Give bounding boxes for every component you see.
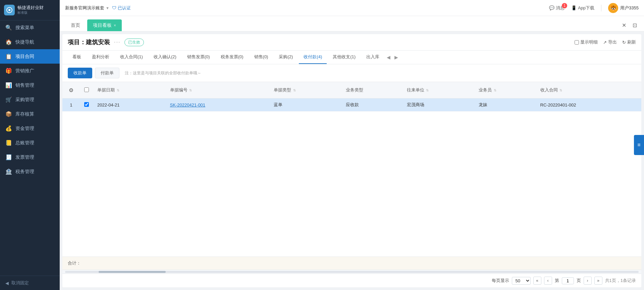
unpin-button[interactable]: ◀ 取消固定	[0, 276, 60, 290]
scrollbar-thumb[interactable]	[99, 271, 166, 273]
bank-icon: 🏦	[5, 168, 12, 175]
sidebar-item-tax-mgmt[interactable]: 🏦 税务管理	[0, 164, 60, 179]
tab-home-label: 首页	[71, 22, 80, 28]
nav-tab-other-expense[interactable]: 其他收支(1)	[328, 51, 360, 64]
show-detail-input[interactable]	[575, 40, 579, 45]
per-page-select[interactable]: 50 20 100	[512, 277, 531, 285]
sort-number-icon[interactable]: ⇅	[189, 88, 192, 92]
shield-icon: 🛡	[112, 5, 116, 10]
sub-tab-payment-label: 付款单	[101, 70, 114, 75]
side-action-button[interactable]: ≡	[634, 135, 641, 155]
sub-tabs: 收款单 付款单 注：这里是与项目关联的全部收付款单哦～	[62, 64, 641, 82]
nav-tab-purchase-label: 采购(2)	[279, 54, 293, 59]
nav-tab-income-contract-label: 收入合同(1)	[120, 54, 143, 59]
first-page-button[interactable]: «	[533, 277, 541, 285]
table-container: ⚙ 单据日期 ⇅ 单据编号 ⇅	[62, 82, 641, 257]
certified-badge: 🛡 已认证	[112, 5, 131, 11]
nav-tab-sales-invoice[interactable]: 销售发票(0)	[182, 51, 215, 64]
footer-total-label: 合计：	[68, 260, 81, 266]
sidebar-item-project-contract[interactable]: 📋 项目合同	[0, 49, 60, 64]
nav-tab-tax-invoice[interactable]: 税务发票(0)	[216, 51, 248, 64]
sidebar-item-quick-nav[interactable]: 🏠 快捷导航	[0, 35, 60, 49]
tab-project-board-label: 项目看板	[93, 22, 112, 28]
project-title: 项目：建筑安装	[68, 38, 110, 46]
page-number-input[interactable]	[562, 277, 574, 284]
sort-type-icon[interactable]: ⇅	[293, 88, 296, 92]
row-index-value: 1	[70, 102, 72, 107]
row-partner-value: 宏茂商场	[407, 102, 424, 107]
horizontal-scrollbar[interactable]	[62, 270, 641, 274]
box-icon: 📦	[5, 111, 12, 117]
nav-tab-purchase[interactable]: 采购(2)	[274, 51, 298, 64]
last-page-button[interactable]: »	[594, 277, 602, 285]
nav-tab-warehouse[interactable]: 出入库	[362, 51, 384, 64]
table-header-row: ⚙ 单据日期 ⇅ 单据编号 ⇅	[62, 82, 641, 98]
sidebar-item-search[interactable]: 🔍 搜索菜单	[0, 20, 60, 35]
close-button[interactable]: ✕	[620, 21, 628, 29]
sidebar-item-purchase-mgmt[interactable]: 🛒 采购管理	[0, 92, 60, 107]
show-detail-checkbox[interactable]: 显示明细	[575, 39, 598, 45]
nav-tab-income-contract[interactable]: 收入合同(1)	[115, 51, 148, 64]
row-salesperson: 龙妹	[475, 98, 536, 112]
nav-next-arrow[interactable]: ▶	[393, 52, 399, 63]
ledger-icon: 📒	[5, 140, 12, 146]
export-button[interactable]: ↗ 导出	[603, 39, 617, 45]
sidebar-item-marketing[interactable]: 🎁 营销推广	[0, 64, 60, 78]
side-action-icon: ≡	[637, 142, 640, 148]
sidebar-label-invoice-mgmt: 发票管理	[15, 154, 34, 160]
tab-project-board[interactable]: 项目看板 ×	[87, 19, 122, 31]
project-header-actions: 显示明细 ↗ 导出 ↻ 刷新	[575, 39, 636, 45]
messages-button[interactable]: 💬 消息 1	[549, 5, 565, 11]
nav-tab-kanban[interactable]: 看板	[68, 51, 86, 64]
nav-tab-profit[interactable]: 盈利分析	[87, 51, 114, 64]
sidebar-logo: 畅捷通好业财 标准版	[0, 0, 60, 20]
row-income-contract: RC-20220401-002	[536, 98, 641, 112]
sidebar-item-invoice-mgmt[interactable]: 🧾 发票管理	[0, 150, 60, 164]
certified-label: 已认证	[118, 5, 131, 11]
sidebar-item-finance[interactable]: 💰 资金管理	[0, 121, 60, 136]
sidebar-item-inventory[interactable]: 📦 库存核算	[0, 107, 60, 121]
user-menu[interactable]: 🐯 用户3355	[608, 3, 639, 13]
account-selector[interactable]: 新服务官网演示账套 ▼	[65, 5, 109, 11]
app-download-button[interactable]: 📱 App下载	[571, 5, 594, 11]
tab-home[interactable]: 首页	[65, 19, 86, 31]
nav-tab-tax-invoice-label: 税务发票(0)	[221, 54, 244, 59]
next-page-button[interactable]: ›	[584, 277, 592, 285]
export-label: 导出	[608, 39, 617, 45]
sidebar-label-ledger: 总账管理	[15, 140, 34, 146]
maximize-button[interactable]: ⊡	[631, 21, 639, 29]
sort-partner-icon[interactable]: ⇅	[426, 88, 429, 92]
sub-tab-payment-form[interactable]: 付款单	[95, 68, 119, 78]
project-header: 项目：建筑安装 ··· 已生效 显示明细 ↗ 导出 ↻ 刷新	[62, 34, 641, 51]
sidebar-label-project-contract: 项目合同	[15, 54, 34, 60]
nav-tab-income-confirm[interactable]: 收入确认(2)	[149, 51, 181, 64]
row-checkbox[interactable]	[84, 102, 89, 107]
refresh-button[interactable]: ↻ 刷新	[622, 39, 636, 45]
nav-prev-arrow[interactable]: ◀	[385, 52, 392, 63]
sub-tab-receipt-form[interactable]: 收款单	[68, 68, 92, 78]
nav-tab-receipt[interactable]: 收付款(4)	[299, 51, 327, 64]
sort-salesperson-icon[interactable]: ⇅	[494, 88, 496, 92]
nav-tab-receipt-label: 收付款(4)	[304, 54, 322, 59]
row-number-link[interactable]: SK-20220421-001	[170, 102, 206, 107]
sidebar-item-ledger[interactable]: 📒 总账管理	[0, 136, 60, 150]
col-biz-type-label: 业务类型	[346, 87, 363, 92]
home-icon: 🏠	[5, 39, 12, 45]
topbar-divider	[601, 5, 601, 11]
first-page-icon: «	[536, 278, 538, 283]
sort-income-contract-icon[interactable]: ⇅	[559, 88, 562, 92]
nav-tab-kanban-label: 看板	[72, 54, 81, 59]
col-income-contract-label: 收入合同	[540, 87, 558, 92]
settings-icon[interactable]: ⚙	[66, 85, 76, 95]
sidebar-menu: 🔍 搜索菜单 🏠 快捷导航 📋 项目合同 🎁 营销推广 📊 销售管理 🛒 采购管…	[0, 20, 60, 276]
col-header-date: 单据日期 ⇅	[93, 82, 166, 98]
nav-tab-sales[interactable]: 销售(0)	[250, 51, 273, 64]
project-more-button[interactable]: ···	[114, 39, 120, 45]
topbar-right: 💬 消息 1 📱 App下载 🐯 用户3355	[549, 3, 639, 13]
select-all-checkbox[interactable]	[84, 87, 89, 92]
tab-close-icon[interactable]: ×	[114, 23, 116, 28]
prev-page-button[interactable]: ‹	[544, 277, 552, 285]
sidebar-item-sales-mgmt[interactable]: 📊 销售管理	[0, 78, 60, 92]
page-content: 项目：建筑安装 ··· 已生效 显示明细 ↗ 导出 ↻ 刷新	[62, 34, 641, 287]
sort-date-icon[interactable]: ⇅	[117, 88, 119, 92]
